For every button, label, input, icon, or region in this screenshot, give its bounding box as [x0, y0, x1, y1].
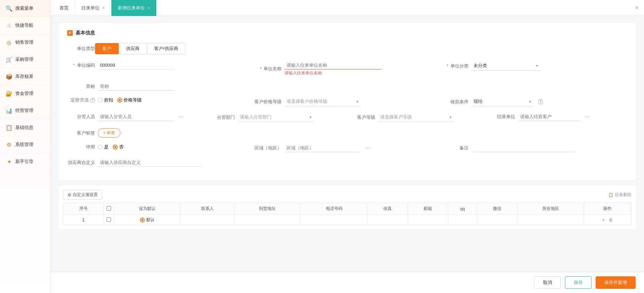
save-button[interactable]: 保存	[565, 276, 591, 289]
code-input[interactable]	[98, 61, 174, 70]
payment-select[interactable]: 现结 ▼	[471, 97, 534, 106]
tab-new-partner-close[interactable]: ×	[148, 6, 150, 10]
customer-price-select[interactable]: 请选择客户价格等级 ▼	[284, 97, 361, 106]
short-name-input[interactable]	[98, 82, 174, 91]
col-fax: 传真	[367, 203, 408, 215]
radio-yes-label: 是	[104, 144, 109, 150]
tag-label: 客户标签	[67, 130, 95, 136]
radio-disabled-no[interactable]: 否	[113, 144, 124, 150]
save-new-button[interactable]: 保存并新增	[596, 276, 636, 289]
row-delete-button[interactable]: 🗑	[609, 218, 613, 222]
field-disabled: 停用 是 否	[67, 144, 254, 150]
radio-no-label: 否	[119, 144, 124, 150]
sidebar-item-sales[interactable]: ◎ 销售管理	[0, 34, 50, 51]
radio-discount[interactable]: 折扣	[98, 97, 113, 103]
region-more-icon[interactable]: ···	[364, 145, 371, 151]
basic-info-card: P 基本信息 单位类型 客户 供应商 客户/供应商 * 单位编码	[59, 23, 636, 180]
manager-input[interactable]	[98, 113, 174, 121]
row-short-name: 简称	[67, 82, 627, 91]
col-wechat: 微信	[477, 203, 517, 215]
sidebar-label-sales: 销售管理	[15, 39, 33, 46]
custom-settings-button[interactable]: ⚙ 自定义项设置	[63, 190, 102, 200]
sidebar-item-basic-info[interactable]: 📋 基础信息	[0, 119, 50, 136]
tab-new-partner[interactable]: 新增往来单位 ×	[111, 0, 157, 16]
supplier-custom-input[interactable]	[98, 158, 202, 167]
remark-input[interactable]	[471, 144, 576, 152]
row-index: 1	[63, 215, 104, 225]
payment-help-icon[interactable]: ?	[538, 99, 543, 104]
purchase-icon: 🛒	[6, 56, 13, 63]
pricing-help-icon[interactable]: ?	[90, 98, 95, 103]
customer-level-select[interactable]: 请选择客户等级 ▼	[378, 113, 455, 122]
dept-select[interactable]: 请输入分管部门 ▼	[238, 113, 314, 122]
sidebar-item-inventory[interactable]: 📦 库存核算	[0, 68, 50, 85]
row-address	[234, 215, 301, 225]
sidebar-item-system[interactable]: ⚙ 系统管理	[0, 136, 50, 153]
sidebar: 🔍 搜索菜单 ⌂ 快捷导航 ◎ 销售管理 🛒 采购管理 📦 库存核算 🔐 资金管…	[0, 0, 50, 293]
sidebar-item-search[interactable]: 🔍 搜索菜单	[0, 0, 50, 17]
category-select[interactable]: 未分类 ▼	[471, 61, 541, 71]
table-row: 1 默认	[63, 215, 631, 225]
name-input[interactable]	[284, 61, 382, 70]
btn-both[interactable]: 客户/供应商	[147, 43, 186, 54]
sidebar-label-operations: 经营管理	[15, 107, 33, 114]
field-dept: 分管部门 请输入分管部门 ▼	[207, 113, 347, 122]
system-icon: ⚙	[6, 141, 13, 148]
disabled-radio-group: 是 否	[98, 144, 124, 150]
col-default: 设为默认	[114, 203, 181, 215]
col-checkbox	[104, 203, 114, 215]
btn-supplier[interactable]: 供应商	[119, 43, 147, 54]
radio-discount-label: 折扣	[104, 97, 113, 103]
tab-new-partner-label: 新增往来单位	[118, 5, 145, 11]
pricing-label: 定价方法 ?	[67, 97, 95, 103]
tab-home[interactable]: 首页	[53, 0, 75, 16]
batch-delete-button[interactable]: 📋 批量删除	[608, 192, 631, 198]
window-close-button[interactable]: ×	[635, 5, 638, 11]
guide-icon: ✦	[6, 158, 13, 165]
sidebar-item-finance[interactable]: 🔐 资金管理	[0, 85, 50, 102]
region-input[interactable]	[284, 144, 361, 152]
finance-icon: 🔐	[6, 90, 13, 97]
row-pricing: 定价方法 ? 折扣 价格等级	[67, 97, 627, 106]
settlement-input[interactable]	[518, 113, 581, 121]
table-section: ⚙ 自定义项设置 📋 批量删除 序号 设为默认 联系人	[59, 186, 636, 229]
select-all-checkbox[interactable]	[107, 206, 111, 211]
row-region	[517, 215, 584, 225]
sidebar-label-guide: 新手引导	[15, 158, 33, 165]
sales-icon: ◎	[6, 39, 13, 46]
sidebar-label-finance: 资金管理	[15, 90, 33, 97]
section-title-text: 基本信息	[76, 30, 95, 36]
tab-partner-list-label: 往来单位	[81, 5, 100, 11]
field-region: 区域（地区） ···	[254, 144, 440, 152]
category-selected-value: 未分类	[473, 63, 534, 69]
row-add-button[interactable]: +	[602, 218, 605, 222]
btn-customer[interactable]: 客户	[95, 43, 119, 54]
sidebar-item-purchase[interactable]: 🛒 采购管理	[0, 51, 50, 68]
cancel-button[interactable]: 取消	[534, 276, 561, 289]
sidebar-label-system: 系统管理	[15, 141, 33, 148]
row-checkbox[interactable]	[107, 217, 111, 222]
row-supplier-custom: 供应商自定义	[67, 158, 627, 167]
dept-label: 分管部门	[207, 114, 235, 121]
tag-plus-icon: +	[103, 131, 105, 136]
add-tag-button[interactable]: + 标签	[98, 128, 120, 138]
radio-disabled-yes[interactable]: 是	[98, 144, 109, 150]
tab-partner-list-close[interactable]: ×	[102, 6, 105, 10]
field-category: * 单位分类 未分类 ▼	[441, 61, 627, 71]
tab-partner-list[interactable]: 往来单位 ×	[75, 0, 111, 16]
supplier-custom-label: 供应商自定义	[67, 160, 95, 166]
unit-type-row: 单位类型 客户 供应商 客户/供应商	[67, 43, 627, 54]
sidebar-item-quick-nav[interactable]: ⌂ 快捷导航	[0, 17, 50, 34]
sidebar-item-operations[interactable]: 📊 经营管理	[0, 102, 50, 119]
radio-price-level[interactable]: 价格等级	[117, 97, 142, 103]
row-action: + 🗑	[584, 215, 631, 225]
default-radio[interactable]	[140, 218, 145, 222]
col-address: 到货地址	[234, 203, 301, 215]
payment-label: 收款条件	[441, 99, 469, 105]
settlement-more-icon[interactable]: ···	[583, 114, 591, 120]
field-supplier-custom: 供应商自定义	[67, 158, 627, 167]
dept-chevron-icon: ▼	[309, 115, 312, 119]
row-code-name-category: * 单位编码 * 单位名称 请输入往来单位名称	[67, 61, 627, 76]
sidebar-item-guide[interactable]: ✦ 新手引导	[0, 153, 50, 170]
manager-more-icon[interactable]: ···	[177, 114, 184, 120]
